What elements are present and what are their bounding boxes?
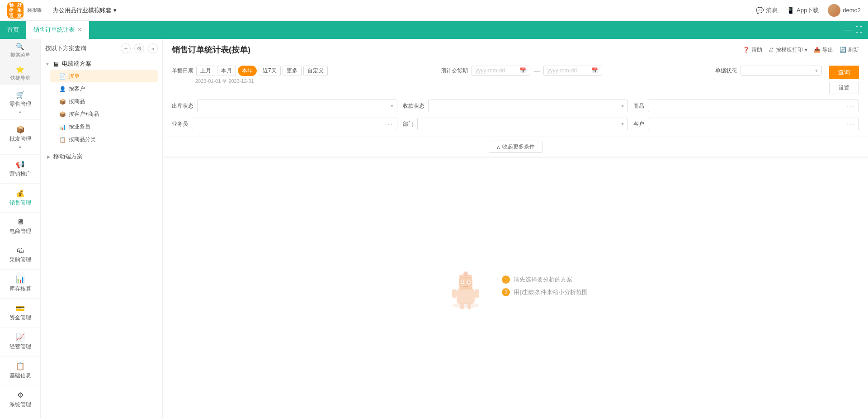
sidebar-item-inventory[interactable]: 📊 库存核算: [0, 270, 40, 299]
department-select[interactable]: ▾: [417, 118, 628, 130]
collapse-icon: «: [151, 45, 154, 52]
customer-filter: 客户 ···: [633, 118, 859, 130]
sidebar-item-system[interactable]: ⚙ 系统管理: [0, 385, 40, 414]
last-month-button[interactable]: 上月: [196, 66, 215, 76]
sidebar-item-quick-nav[interactable]: ⭐ 快捷导航: [0, 62, 40, 85]
window-maximize-icon[interactable]: ⛶: [855, 26, 863, 34]
salesperson-filter: 业务员 ···: [172, 118, 397, 130]
this-month-button[interactable]: 本月: [217, 66, 236, 76]
svg-rect-2: [459, 277, 472, 290]
status-filter: 单据状态 ▾: [715, 66, 822, 76]
sidebar-item-retail[interactable]: 🛒 零售管理 ▲: [0, 85, 40, 120]
delivery-dropdown-icon: ▾: [391, 103, 393, 109]
tab-close-icon[interactable]: ✕: [77, 27, 82, 33]
plus-icon: ＋: [123, 44, 129, 52]
panel-collapse-button[interactable]: «: [148, 43, 158, 53]
scheme-item-by-customer-goods[interactable]: 📦 按客户+商品: [50, 108, 158, 120]
this-year-button[interactable]: 本年: [238, 66, 257, 76]
filter-row-3: 业务员 ··· 部门 ▾ 客户: [172, 118, 859, 137]
export-button[interactable]: 📤 导出: [814, 46, 833, 54]
empty-state: 1 请先选择要分析的方案 2 用[过滤]条件来缩小分析范围: [163, 158, 868, 418]
user-menu[interactable]: demo2: [828, 4, 861, 17]
scheme-item-by-salesperson[interactable]: 📊 按业务员: [50, 121, 158, 133]
collapse-conditions-button[interactable]: ∧ 收起更多条件: [489, 141, 542, 153]
payment-status-select[interactable]: ▾: [428, 100, 628, 112]
app-download-button[interactable]: App下载: [787, 6, 819, 14]
calendar-icon: 📅: [519, 67, 526, 74]
message-button[interactable]: 消息: [756, 6, 778, 14]
query-button[interactable]: 查询: [829, 66, 859, 79]
settings-button[interactable]: 设置: [829, 82, 859, 94]
scheme-item-by-order[interactable]: 📄 按单: [50, 70, 158, 82]
refresh-icon: 🔄: [840, 47, 846, 53]
sidebar-item-operations[interactable]: 📈 经营管理: [0, 328, 40, 356]
scheme-item-by-customer[interactable]: 👤 按客户: [50, 83, 158, 95]
left-panel: 按以下方案查询 ＋ ⚙ « ▼ 🖥 电脑端方案 📄: [41, 39, 163, 418]
window-minimize-icon[interactable]: —: [844, 26, 852, 34]
calendar-icon-2: 📅: [591, 67, 598, 74]
tab-sales-order-stats[interactable]: 销售订单统计表 ✕: [26, 21, 89, 39]
section-arrow-right-icon: ▶: [47, 154, 51, 159]
page-header-actions: ❓ 帮助 🖨 按模板打印 ▾ 📤 导出 🔄 刷新: [743, 46, 859, 54]
left-panel-header: 按以下方案查询 ＋ ⚙ «: [45, 43, 158, 53]
query-settings-group: 查询 设置: [829, 66, 859, 94]
empty-tip-2: 2 用[过滤]条件来缩小分析范围: [502, 288, 587, 296]
payment-dropdown-icon: ▾: [621, 103, 624, 109]
print-dropdown-icon: ▾: [805, 47, 807, 53]
custom-date-button[interactable]: 自定义: [303, 66, 328, 76]
more-date-button[interactable]: 更多: [283, 66, 302, 76]
empty-tip-1: 1 请先选择要分析的方案: [502, 276, 587, 284]
expected-date-label: 预计交货期: [441, 67, 468, 75]
scheme-icon-customer: 👤: [59, 86, 66, 93]
scheme-settings-button[interactable]: ⚙: [134, 43, 144, 53]
salesperson-more-icon: ···: [385, 120, 393, 128]
empty-tips: 1 请先选择要分析的方案 2 用[过滤]条件来缩小分析范围: [502, 276, 587, 301]
sidebar-item-basic[interactable]: 📋 基础信息: [0, 356, 40, 385]
goods-label: 商品: [633, 102, 644, 110]
sidebar-item-sales[interactable]: 💰 销售管理: [0, 184, 40, 213]
sidebar-item-enterprise[interactable]: 🤝 企业协同: [0, 414, 40, 418]
svg-rect-10: [460, 303, 464, 309]
customer-input[interactable]: ···: [648, 118, 859, 130]
last7-button[interactable]: 近7天: [259, 66, 281, 76]
payment-status-label: 收款状态: [403, 102, 425, 110]
sidebar-item-wholesale[interactable]: 📦 批发管理 ▲: [0, 120, 40, 155]
tab-home[interactable]: 首页: [0, 21, 26, 39]
department-dropdown-icon: ▾: [621, 121, 624, 127]
scheme-section-mobile-header[interactable]: ▶ 移动端方案: [45, 150, 158, 163]
customer-label: 客户: [633, 120, 644, 128]
svg-rect-11: [467, 303, 471, 309]
scheme-item-by-goods[interactable]: 📦 按商品: [50, 95, 158, 108]
scheme-section-pc-header[interactable]: ▼ 🖥 电脑端方案: [45, 58, 158, 70]
sidebar-item-purchase[interactable]: 🛍 采购管理: [0, 241, 40, 270]
avatar: [828, 4, 840, 17]
expected-date-start-input[interactable]: yyyy-mm-dd 📅: [472, 66, 530, 76]
status-select[interactable]: ▾: [741, 66, 822, 76]
department-filter: 部门 ▾: [403, 118, 628, 130]
svg-rect-1: [457, 288, 475, 304]
help-button[interactable]: ❓ 帮助: [743, 46, 762, 54]
salesperson-input[interactable]: ···: [192, 118, 397, 130]
print-button[interactable]: 🖨 按模板打印 ▾: [769, 46, 807, 54]
add-scheme-button[interactable]: ＋: [121, 43, 131, 53]
delivery-status-filter: 出库状态 ▾: [172, 100, 397, 112]
sidebar-item-finance[interactable]: 💳 资金管理: [0, 299, 40, 328]
scheme-icon-salesperson: 📊: [59, 124, 66, 131]
scheme-item-by-goods-category[interactable]: 📋 按商品分类: [50, 133, 158, 146]
sidebar-item-marketing[interactable]: 📢 营销推广: [0, 155, 40, 184]
delivery-status-select[interactable]: ▾: [197, 100, 397, 112]
account-dropdown[interactable]: 办公用品行业模拟账套 ▾: [53, 6, 117, 14]
sidebar-item-search[interactable]: 🔍 搜索菜单: [0, 39, 40, 62]
scheme-icon-customer-goods: 📦: [59, 111, 66, 118]
scheme-sub-section-pc: 📄 按单 👤 按客户 📦 按商品 📦 按客户+商品: [45, 70, 158, 146]
sidebar-item-ecommerce[interactable]: 🖥 电商管理: [0, 213, 40, 241]
page-header: 销售订单统计表(按单) ❓ 帮助 🖨 按模板打印 ▾ 📤 导出: [163, 39, 868, 59]
status-label: 单据状态: [715, 67, 737, 75]
filter-area: 单据日期 上月 本月 本年 近7天 更多 自定义 2023-01-01 至 20…: [163, 59, 868, 137]
export-icon: 📤: [814, 47, 821, 53]
refresh-button[interactable]: 🔄 刷新: [840, 46, 859, 54]
brand-label: 标报版: [27, 7, 42, 14]
help-icon: ❓: [743, 47, 750, 53]
goods-input[interactable]: ···: [648, 100, 859, 112]
expected-date-end-input[interactable]: yyyy-mm-dd 📅: [543, 66, 602, 76]
